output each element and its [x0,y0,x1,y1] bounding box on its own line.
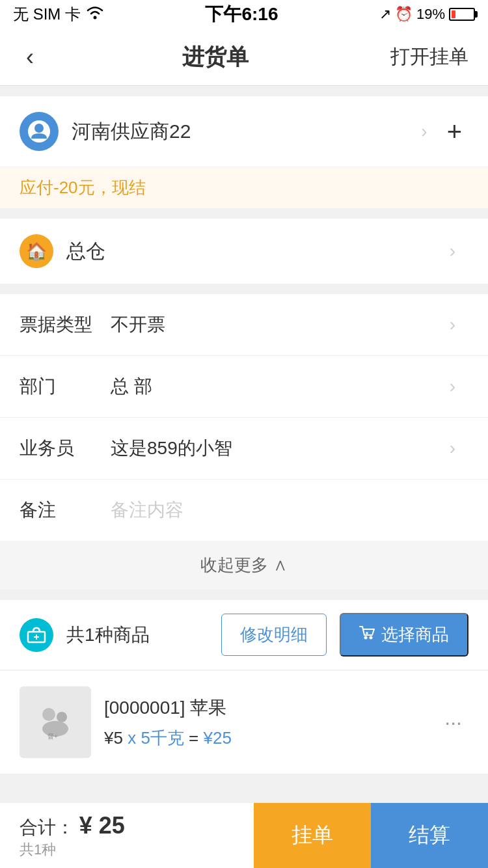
fields-card: 票据类型 不开票 › 部门 总 部 › 业务员 这是859的小智 › 备注 备注… [0,294,488,541]
svg-point-9 [42,708,55,721]
warehouse-card[interactable]: 🏠 总仓 › [0,219,488,284]
avatar-icon [28,120,50,142]
invoice-type-chevron-icon: › [450,314,455,335]
edit-detail-button[interactable]: 修改明细 [221,614,327,656]
multiply-text: x 5千克 [128,728,184,748]
svg-text:督+: 督+ [47,733,58,740]
supplier-chevron-icon: › [421,121,427,142]
invoice-type-label: 票据类型 [20,312,98,337]
status-right: ↗ ⏰ 19% [379,6,475,23]
notice-text: 应付-20元，现结 [20,178,146,197]
select-product-label: 选择商品 [381,623,449,646]
supplier-avatar [20,112,59,151]
add-button[interactable]: + [441,117,468,146]
warehouse-name: 总仓 [66,238,450,265]
total-section: 合计： ¥ 25 共1种 [0,812,254,860]
page-content: 河南供应商22 › + 应付-20元，现结 🏠 总仓 › 票据类型 不开票 › … [0,86,488,839]
warehouse-row[interactable]: 🏠 总仓 › [0,219,488,284]
open-hang-button[interactable]: 打开挂单 [390,44,468,70]
product-code: [0000001] [104,698,185,718]
department-value: 总 部 [98,374,450,399]
supplier-card: 河南供应商22 › + 应付-20元，现结 [0,96,488,208]
carrier-text: 无 SIM 卡 [13,4,81,25]
location-icon: ↗ [379,6,391,23]
battery-percent: 19% [416,6,445,23]
remark-input[interactable]: 备注内容 [98,498,468,522]
total-row: 合计： ¥ 25 [20,812,234,840]
svg-point-10 [57,712,67,722]
svg-point-6 [370,636,373,640]
product-more-button[interactable]: ··· [438,704,468,741]
product-header: 共1种商品 修改明细 选择商品 [0,600,488,670]
product-info: [0000001] 苹果 ¥5 x 5千克 = ¥25 [104,696,425,750]
salesperson-chevron-icon: › [450,438,455,459]
department-label: 部门 [20,374,98,399]
product-icon [20,618,53,652]
department-row[interactable]: 部门 总 部 › [0,356,488,418]
notice-bar: 应付-20元，现结 [0,167,488,208]
salesperson-row[interactable]: 业务员 这是859的小智 › [0,418,488,480]
invoice-type-row[interactable]: 票据类型 不开票 › [0,294,488,356]
collapse-button[interactable]: 收起更多 ∧ [0,541,488,590]
gap-3 [0,284,488,294]
cart-icon [359,625,376,645]
wifi-icon [86,5,104,23]
select-product-button[interactable]: 选择商品 [340,613,468,657]
invoice-type-value: 不开票 [98,312,450,337]
bottom-bar: 合计： ¥ 25 共1种 挂单 结算 [0,803,488,868]
svg-point-5 [364,636,368,640]
remark-row[interactable]: 备注 备注内容 [0,480,488,541]
product-item: 督+ [0000001] 苹果 ¥5 x 5千克 = ¥25 ··· [0,671,488,774]
product-name: [0000001] 苹果 [104,696,425,720]
total-label: 合计： [20,817,74,837]
alarm-icon: ⏰ [395,6,413,23]
svg-point-0 [94,16,97,20]
price-value: ¥5 [104,728,123,748]
department-chevron-icon: › [450,376,455,397]
nav-bar: ‹ 进货单 打开挂单 [0,29,488,86]
product-price: ¥5 x 5千克 = ¥25 [104,727,425,750]
salesperson-value: 这是859的小智 [98,436,450,461]
warehouse-chevron-icon: › [450,241,455,262]
status-left: 无 SIM 卡 [13,4,104,25]
status-time: 下午6:16 [205,2,278,27]
supplier-row[interactable]: 河南供应商22 › + [0,96,488,167]
supplier-name: 河南供应商22 [72,118,421,145]
total-amount: ¥ 25 [79,812,125,839]
back-button[interactable]: ‹ [20,37,40,77]
battery-icon [449,8,475,21]
checkout-button[interactable]: 结算 [371,803,488,868]
page-title: 进货单 [182,42,249,72]
status-bar: 无 SIM 卡 下午6:16 ↗ ⏰ 19% [0,0,488,29]
warehouse-icon: 🏠 [20,234,53,268]
equals-text: = [189,728,203,748]
hang-button[interactable]: 挂单 [254,803,371,868]
total-count: 共1种 [20,840,234,860]
svg-point-1 [34,124,44,133]
salesperson-label: 业务员 [20,436,98,461]
product-count: 共1种商品 [66,623,208,647]
gap-2 [0,208,488,219]
product-thumbnail: 督+ [20,686,91,758]
total-text: ¥25 [204,728,232,748]
product-name-text: 苹果 [190,698,226,718]
remark-label: 备注 [20,498,98,522]
gap-1 [0,86,488,96]
